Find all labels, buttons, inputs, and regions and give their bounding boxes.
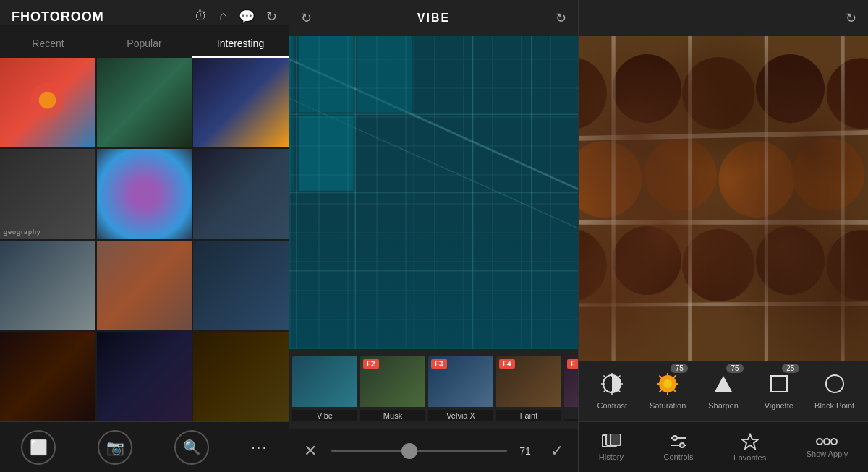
slider-container: 71: [331, 445, 536, 457]
saturation-badge: 75: [671, 364, 688, 373]
camera-roll-button[interactable]: ⬜: [21, 430, 56, 465]
filter-musk-label: Musk: [360, 410, 425, 421]
svg-point-21: [682, 57, 754, 129]
svg-line-35: [579, 304, 868, 306]
svg-point-32: [827, 230, 868, 301]
adjust-contrast[interactable]: Contrast: [587, 369, 637, 410]
nav-show-apply-label: Show Apply: [807, 450, 848, 458]
filter-velvia[interactable]: F3 Velvia X: [428, 356, 493, 421]
list-item[interactable]: [97, 332, 192, 421]
contrast-label: Contrast: [597, 401, 628, 410]
camera-icon: 📷: [106, 439, 124, 456]
saturation-label: Saturation: [650, 401, 686, 410]
svg-point-22: [756, 54, 825, 123]
svg-rect-15: [289, 116, 294, 191]
vignette-icon: [770, 375, 788, 392]
filter-musk[interactable]: F2 Musk: [360, 356, 425, 421]
svg-point-28: [579, 229, 607, 301]
list-item[interactable]: [97, 241, 192, 330]
contrast-icon: [601, 373, 623, 395]
confirm-button[interactable]: ✓: [550, 442, 563, 460]
list-item[interactable]: [0, 332, 95, 421]
list-item[interactable]: [97, 149, 192, 239]
gallery-tabs: Recent Popular Interesting: [0, 30, 289, 58]
list-item[interactable]: [0, 58, 95, 147]
chat-icon[interactable]: 💬: [239, 9, 255, 25]
list-item[interactable]: [193, 149, 289, 239]
filter-faint[interactable]: F4 Faint: [496, 356, 561, 421]
editor-refresh-icon[interactable]: ↻: [301, 10, 312, 26]
show-apply-icon: [816, 437, 838, 447]
svg-line-33: [579, 132, 868, 140]
adjust-photo[interactable]: [579, 36, 868, 361]
editor-sync-icon[interactable]: ↻: [556, 10, 566, 26]
filter-musk-badge: F2: [363, 359, 379, 369]
more-button[interactable]: ···: [251, 439, 268, 455]
tab-interesting[interactable]: Interesting: [192, 30, 289, 58]
bottom-nav: History Controls Favorites: [579, 421, 868, 472]
adjust-sync-icon[interactable]: ↻: [846, 10, 856, 26]
sharpen-badge: 75: [726, 364, 744, 373]
list-item[interactable]: [193, 241, 289, 330]
vignette-badge: 25: [782, 364, 799, 373]
nav-show-apply[interactable]: Show Apply: [807, 437, 848, 458]
filter-extra[interactable]: F: [564, 356, 578, 421]
adjust-sharpen[interactable]: 75 Sharpen: [698, 369, 749, 410]
nav-favorites-label: Favorites: [733, 453, 766, 462]
svg-point-19: [579, 57, 607, 129]
history-icon[interactable]: ⏱: [195, 9, 208, 25]
gallery-panel: FHOTOROOM ⏱ ⌂ 💬 ↻ Recent Popular Interes…: [0, 0, 289, 472]
list-item[interactable]: [193, 332, 289, 421]
svg-point-20: [613, 54, 681, 123]
filter-velvia-badge: F3: [431, 359, 447, 369]
nav-history[interactable]: History: [599, 434, 624, 461]
editor-panel: ↻ VIBE ↻: [289, 0, 579, 472]
adjust-black-point[interactable]: Black Point: [809, 369, 860, 410]
svg-point-25: [644, 138, 716, 210]
filter-vibe[interactable]: Vibe: [292, 356, 357, 421]
vignette-label: Vignette: [765, 401, 793, 410]
adjust-row-top: Contrast 75: [584, 369, 862, 410]
nav-controls[interactable]: Controls: [664, 434, 694, 461]
camera-button[interactable]: 📷: [98, 430, 132, 465]
tab-popular[interactable]: Popular: [96, 30, 192, 58]
svg-point-23: [827, 58, 868, 129]
adjust-photo-svg: [579, 36, 868, 361]
editor-top-bar: ↻ VIBE ↻: [289, 0, 578, 36]
adjust-panel: ↻: [579, 0, 868, 472]
editor-photo-svg: [289, 36, 578, 349]
nav-favorites[interactable]: Favorites: [733, 433, 766, 462]
svg-rect-17: [289, 36, 578, 349]
svg-point-26: [718, 141, 795, 218]
slider-track[interactable]: [331, 450, 507, 452]
svg-line-11: [289, 75, 578, 252]
gallery-bottom-bar: ⬜ 📷 🔍 ···: [0, 421, 289, 472]
adjust-saturation[interactable]: 75 Saturation: [642, 369, 693, 410]
svg-rect-0: [289, 36, 578, 349]
svg-point-50: [663, 379, 672, 388]
list-item[interactable]: [97, 58, 192, 147]
svg-point-27: [792, 138, 864, 210]
saturation-icon: [657, 373, 678, 395]
slider-value: 71: [514, 445, 536, 457]
filter-vibe-label: Vibe: [292, 410, 357, 421]
adjust-vignette[interactable]: 25 Vignette: [754, 369, 804, 410]
close-button[interactable]: ✕: [304, 442, 317, 460]
search-button[interactable]: 🔍: [174, 430, 209, 465]
contrast-icon-wrap: [597, 369, 626, 398]
filter-velvia-label: Velvia X: [428, 410, 493, 421]
adjust-top-bar: ↻: [579, 0, 868, 36]
history-icon: [602, 434, 621, 450]
home-icon[interactable]: ⌂: [219, 9, 227, 25]
slider-thumb[interactable]: [401, 443, 417, 459]
search-icon: 🔍: [183, 439, 201, 456]
list-item[interactable]: [0, 241, 95, 330]
refresh-icon[interactable]: ↻: [266, 9, 277, 25]
gallery-header: FHOTOROOM ⏱ ⌂ 💬 ↻: [0, 0, 289, 25]
list-item[interactable]: [0, 149, 95, 239]
editor-photo[interactable]: [289, 36, 578, 349]
svg-point-24: [579, 141, 642, 218]
tab-recent[interactable]: Recent: [0, 30, 96, 58]
list-item[interactable]: [193, 58, 289, 147]
filter-strip: Vibe F2 Musk F3 Velvia X F4 Faint F: [289, 349, 578, 429]
